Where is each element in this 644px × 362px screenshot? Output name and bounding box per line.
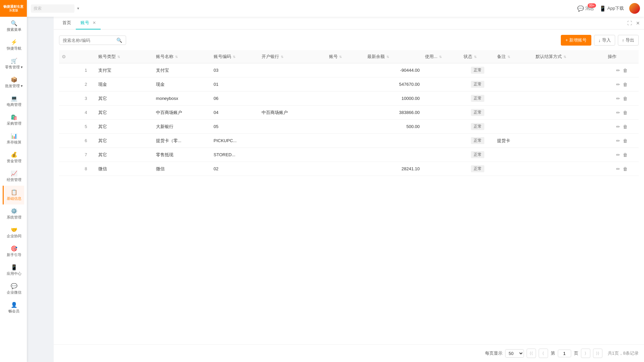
per-page-select[interactable]: 50 20 100	[505, 349, 524, 358]
settings-icon[interactable]: ⚙	[62, 54, 66, 59]
row-num-3: 4	[76, 106, 96, 120]
row-code-5: PICKUPC...	[211, 134, 259, 148]
export-button[interactable]: ↑ 导出	[618, 35, 639, 46]
delete-button-5[interactable]: 🗑	[623, 138, 628, 143]
col-header-usage[interactable]: 使用... ⇅	[422, 50, 461, 63]
edit-button-0[interactable]: ✏	[616, 68, 620, 73]
main-content: 首页账号✕ ⛶ ✕ 🔍 + 新增账号 ↓ 导入 ↑ 导出	[54, 17, 644, 362]
app-download-icon: 📱	[599, 5, 606, 12]
edit-button-5[interactable]: ✏	[616, 138, 620, 143]
col-header-balance[interactable]: 最新余额 ⇅	[365, 50, 422, 63]
nav-icon-search: 🔍	[5, 20, 23, 26]
search-input[interactable]	[63, 38, 116, 43]
edit-button-2[interactable]: ✏	[616, 96, 620, 101]
col-label-code: 账号编码	[214, 54, 231, 59]
delete-button-4[interactable]: 🗑	[623, 124, 628, 129]
delete-button-2[interactable]: 🗑	[623, 96, 628, 101]
close-icon[interactable]: ✕	[636, 20, 640, 26]
row-account-1	[326, 77, 365, 92]
row-usage-3	[422, 106, 461, 120]
first-page-button[interactable]: ⟨⟨	[527, 349, 536, 358]
page-number-input[interactable]: 1	[558, 350, 571, 357]
sidebar-item-appcenter[interactable]: 📱应用中心	[3, 261, 24, 280]
edit-button-3[interactable]: ✏	[616, 110, 620, 115]
row-note-1	[494, 77, 533, 92]
sidebar-item-search[interactable]: 🔍搜索菜单	[3, 17, 24, 36]
nav-icon-system: ⚙️	[5, 208, 23, 214]
sidebar-item-purchase[interactable]: 🛍️采购管理	[3, 111, 24, 129]
edit-button-7[interactable]: ✏	[616, 166, 620, 172]
search-icon[interactable]: 🔍	[116, 38, 122, 43]
tab-account[interactable]: 账号✕	[76, 17, 101, 29]
row-code-4: 05	[211, 120, 259, 134]
sidebar-item-inventory[interactable]: 📊库存核算	[3, 129, 24, 148]
row-num-6: 7	[76, 148, 96, 162]
edit-button-6[interactable]: ✏	[616, 152, 620, 158]
col-header-type[interactable]: 账号类型 ⇅	[96, 50, 153, 63]
sidebar-item-wholesale[interactable]: 📦批发管理 ▾	[3, 73, 24, 92]
edit-button-1[interactable]: ✏	[616, 82, 620, 87]
message-button[interactable]: 💬 消息 99+	[577, 5, 594, 12]
sidebar-item-enterprise[interactable]: 🤝企业协同	[3, 223, 24, 242]
nav-icon-bizwechat: 💬	[5, 283, 23, 289]
delete-button-7[interactable]: 🗑	[623, 166, 628, 172]
row-action-4: ✏ 🗑	[605, 120, 639, 134]
row-status-3: 正常	[461, 106, 494, 120]
col-header-name[interactable]: 账号名称 ⇅	[153, 50, 211, 63]
sidebar-item-basicinfo[interactable]: 📋基础信息	[3, 186, 24, 204]
tab-home[interactable]: 首页	[58, 17, 76, 29]
nav-icon-ecommerce: 💻	[5, 95, 23, 102]
row-usage-6	[422, 148, 461, 162]
nav-label-shortcuts: 快捷导航	[5, 46, 23, 51]
topbar-search[interactable]: 搜索	[31, 4, 74, 13]
sidebar-item-finance[interactable]: 💰资金管理	[3, 148, 24, 167]
table-row: 3其它moneybosx0610000.00正常 ✏ 🗑	[59, 92, 639, 106]
import-button[interactable]: ↓ 导入	[594, 35, 615, 46]
col-label-note: 备注	[497, 54, 506, 59]
col-label-account: 账号	[329, 54, 338, 59]
sidebar-item-ecommerce[interactable]: 💻电商管理	[3, 92, 24, 111]
table-row: 4其它中百商场账户04中百商场账户383866.00正常 ✏ 🗑	[59, 106, 639, 120]
nav-icon-shortcuts: ⚡	[5, 39, 23, 45]
app-download-button[interactable]: 📱 App下载	[599, 5, 624, 12]
tab-expand-button[interactable]: ⛶ ✕	[627, 20, 640, 26]
row-num-0: 1	[76, 63, 96, 77]
sidebar-item-shortcuts[interactable]: ⚡快捷导航	[3, 36, 24, 54]
sidebar-item-retail[interactable]: 🛒零售管理 ▾	[3, 54, 24, 73]
delete-button-3[interactable]: 🗑	[623, 110, 628, 115]
sidebar-item-system[interactable]: ⚙️系统管理	[3, 204, 24, 223]
col-header-note[interactable]: 备注 ⇅	[494, 50, 533, 63]
nav-icon-guide: 🎯	[5, 245, 23, 252]
tab-close-account[interactable]: ✕	[93, 20, 96, 25]
row-note-3	[494, 106, 533, 120]
delete-button-0[interactable]: 🗑	[623, 68, 628, 73]
sidebar-item-guide[interactable]: 🎯新手引导	[3, 242, 24, 261]
delete-button-1[interactable]: 🗑	[623, 82, 628, 87]
row-action-3: ✏ 🗑	[605, 106, 639, 120]
delete-button-6[interactable]: 🗑	[623, 152, 628, 158]
add-account-button[interactable]: + 新增账号	[561, 35, 591, 46]
row-bank-0	[259, 63, 326, 77]
col-header-status[interactable]: 状态 ⇅	[461, 50, 494, 63]
prev-page-button[interactable]: ⟨	[539, 349, 548, 358]
last-page-button[interactable]: ⟩⟩	[593, 349, 602, 358]
sidebar-item-bizwechat[interactable]: 💬企业微信	[3, 280, 24, 298]
row-type-5: 其它	[96, 134, 153, 148]
sort-icon-bank: ⇅	[280, 55, 283, 59]
next-page-button[interactable]: ⟩	[581, 349, 590, 358]
sidebar-item-operations[interactable]: 📈经营管理	[3, 167, 24, 186]
sort-icon-status: ⇅	[473, 55, 477, 59]
col-label-default: 默认结算方式	[536, 54, 562, 59]
user-avatar[interactable]	[629, 3, 640, 14]
col-header-default[interactable]: 默认结算方式 ⇅	[533, 50, 605, 63]
col-header-bank[interactable]: 开户银行 ⇅	[259, 50, 326, 63]
col-header-account[interactable]: 账号 ⇅	[326, 50, 365, 63]
search-box[interactable]: 🔍	[59, 36, 126, 45]
sidebar-item-member[interactable]: 👤畅会员	[3, 298, 24, 317]
row-code-7: 02	[211, 162, 259, 176]
row-gear-4	[59, 120, 76, 134]
edit-button-4[interactable]: ✏	[616, 124, 620, 129]
topbar-dropdown[interactable]: ▾	[77, 6, 79, 11]
nav-label-ecommerce: 电商管理	[5, 102, 23, 107]
col-header-code[interactable]: 账号编码 ⇅	[211, 50, 259, 63]
